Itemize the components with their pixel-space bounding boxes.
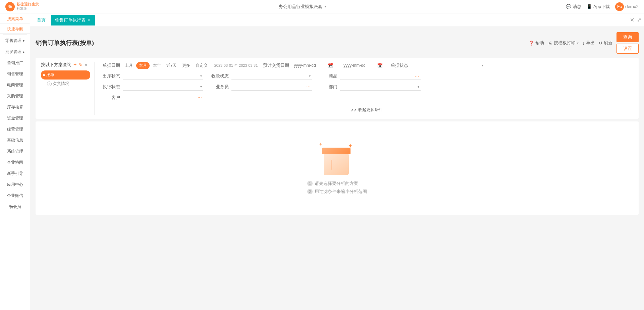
workspace-selector[interactable]: 办公用品行业模拟账套 ▾	[279, 4, 326, 10]
preset-this-year[interactable]: 本年	[151, 62, 163, 69]
empty-illustration: ✦ ✦	[319, 142, 356, 175]
tip-num-2: 2	[307, 189, 313, 194]
calendar-start-icon[interactable]: 📅	[327, 63, 333, 68]
preset-more[interactable]: 更多	[180, 62, 192, 69]
message-button[interactable]: 💬 消息	[566, 4, 581, 10]
tab-home[interactable]: 首页	[33, 15, 50, 25]
filter-date-field: 单据日期 上月 本月 本年 近7天 更多 自定义 2023-03-01 至 20…	[100, 62, 258, 69]
sidebar-item-wholesale[interactable]: 批发管理 ▴	[0, 46, 30, 57]
sidebar: 搜索菜单 快捷导航 零售管理 ▾ 批发管理 ▴ 营销推广 销售管理 电商管理 采…	[0, 13, 30, 310]
search-menu-item[interactable]: 搜索菜单	[0, 13, 30, 23]
preset-last-month[interactable]: 上月	[123, 62, 135, 69]
customer-select[interactable]: ···	[123, 94, 203, 101]
tab-close-button[interactable]: ✕	[88, 18, 91, 22]
preset-custom[interactable]: 自定义	[194, 62, 210, 69]
add-scheme-icon[interactable]: +	[73, 62, 76, 68]
quick-nav-item[interactable]: 快捷导航	[0, 23, 30, 34]
collapse-bar[interactable]: ∧∧ 收起更多条件	[100, 105, 633, 115]
sidebar-item-ecommerce[interactable]: 电商管理	[0, 80, 30, 91]
customer-dots-icon[interactable]: ···	[198, 95, 203, 101]
goods-select[interactable]: ···	[340, 72, 421, 80]
tab-sales-order[interactable]: 销售订单执行表 ✕	[51, 15, 95, 25]
scheme-sub-item-shortage[interactable]: ○ 欠货情况	[45, 80, 90, 88]
content-area: 首页 销售订单执行表 ✕ ✕ ⤢ 销售订单执行表(按单) ❓ 帮助	[30, 13, 644, 310]
logo-area: 畅 畅捷通好生意 标准版	[5, 2, 39, 11]
sidebar-item-retail[interactable]: 零售管理 ▾	[0, 35, 30, 46]
filter-row-4: 客户 ···	[100, 94, 633, 101]
salesperson-input[interactable]	[231, 83, 306, 90]
forecast-date-start-input[interactable]	[292, 62, 325, 69]
filter-sidebar-title: 按以下方案查询 + ✎ «	[41, 62, 90, 68]
dept-select[interactable]: ▾	[340, 83, 421, 91]
customer-label: 客户	[100, 95, 120, 101]
print-arrow-icon: ▾	[577, 41, 579, 45]
print-icon: 🖨	[548, 41, 552, 46]
ship-status-select[interactable]: ▾	[123, 72, 203, 80]
sidebar-item-basic[interactable]: 基础信息	[0, 135, 30, 146]
download-icon: 📱	[587, 4, 592, 9]
scheme-item-order[interactable]: 按单	[41, 70, 90, 80]
window-close-button[interactable]: ✕	[630, 17, 634, 23]
exec-status-label: 执行状态	[100, 84, 120, 90]
sidebar-item-inventory[interactable]: 库存核算	[0, 102, 30, 113]
preset-this-month[interactable]: 本月	[136, 62, 150, 69]
tab-window-buttons: ✕ ⤢	[630, 17, 641, 23]
ship-status-input[interactable]	[123, 72, 200, 80]
sidebar-item-marketing[interactable]: 营销推广	[0, 57, 30, 68]
sidebar-item-newbie[interactable]: 新手引导	[0, 168, 30, 179]
page-actions: ❓ 帮助 🖨 按模板打印 ▾ ↓ 导出 ↺ 刷新	[529, 32, 639, 54]
user-menu[interactable]: Ea demo2	[615, 2, 639, 11]
exec-status-select[interactable]: ▾	[123, 83, 203, 91]
scheme-dot-order	[43, 74, 45, 76]
customer-input[interactable]	[123, 94, 198, 101]
sidebar-item-appstore[interactable]: 应用中心	[0, 179, 30, 190]
sidebar-item-purchase[interactable]: 采购管理	[0, 91, 30, 102]
filter-sub-items: ○ 欠货情况	[41, 80, 90, 88]
status-select[interactable]: ▾	[411, 62, 485, 69]
sparkle-icon: ✦	[348, 142, 353, 150]
sidebar-label-wholesale: 批发管理	[5, 49, 21, 55]
sidebar-item-finance[interactable]: 资金管理	[0, 113, 30, 124]
sidebar-item-member[interactable]: 畅会员	[0, 201, 30, 212]
tip-num-1: 1	[307, 181, 313, 186]
sidebar-item-system[interactable]: 系统管理	[0, 146, 30, 157]
app-download-button[interactable]: 📱 App下载	[587, 4, 610, 10]
help-button[interactable]: ❓ 帮助	[529, 40, 544, 46]
workspace-title: 办公用品行业模拟账套	[279, 4, 322, 10]
window-maximize-button[interactable]: ⤢	[637, 17, 641, 23]
dept-input[interactable]	[340, 83, 418, 90]
sidebar-item-operation[interactable]: 经营管理	[0, 124, 30, 135]
collect-status-input[interactable]	[231, 72, 309, 80]
page-header: 销售订单执行表(按单) ❓ 帮助 🖨 按模板打印 ▾ ↓ 导出	[36, 32, 639, 54]
sidebar-item-enterprise[interactable]: 企业协同	[0, 157, 30, 168]
goods-label: 商品	[317, 73, 337, 79]
forecast-date-range: 📅 — 📅	[292, 62, 383, 69]
preset-7days[interactable]: 近7天	[164, 62, 179, 69]
sidebar-item-sales[interactable]: 销售管理	[0, 68, 30, 80]
salesperson-field: 业务员 ···	[209, 83, 312, 91]
query-button[interactable]: 查询	[616, 32, 639, 42]
edit-scheme-icon[interactable]: ✎	[78, 62, 83, 67]
status-input[interactable]	[411, 62, 482, 69]
refresh-button[interactable]: ↺ 刷新	[599, 40, 612, 46]
goods-dots-icon[interactable]: ···	[415, 73, 421, 79]
calendar-end-icon[interactable]: 📅	[377, 63, 383, 68]
filter-sidebar: 按以下方案查询 + ✎ « 按单 ○ 欠货情况	[41, 62, 95, 115]
sidebar-item-wechat[interactable]: 企业微信	[0, 190, 30, 201]
salesperson-select[interactable]: ···	[231, 83, 312, 91]
ship-status-field: 出库状态 ▾	[100, 72, 203, 80]
chevron-up-icon-wholesale: ▴	[23, 50, 24, 54]
exec-status-input[interactable]	[123, 83, 200, 90]
filter-forecast-date-field: 预计交货日期 📅 — 📅	[263, 62, 383, 69]
collect-status-select[interactable]: ▾	[231, 72, 312, 80]
collapse-scheme-icon[interactable]: «	[85, 62, 87, 67]
export-button[interactable]: ↓ 导出	[583, 40, 595, 46]
template-print-button[interactable]: 🖨 按模板打印 ▾	[548, 40, 579, 46]
goods-input[interactable]	[340, 72, 415, 80]
help-icon: ❓	[529, 41, 534, 46]
salesperson-dots-icon[interactable]: ···	[306, 84, 312, 90]
ship-status-label: 出库状态	[100, 73, 120, 79]
forecast-date-end-input[interactable]	[341, 62, 375, 69]
settings-button[interactable]: 设置	[616, 44, 639, 54]
refresh-icon: ↺	[599, 41, 602, 46]
